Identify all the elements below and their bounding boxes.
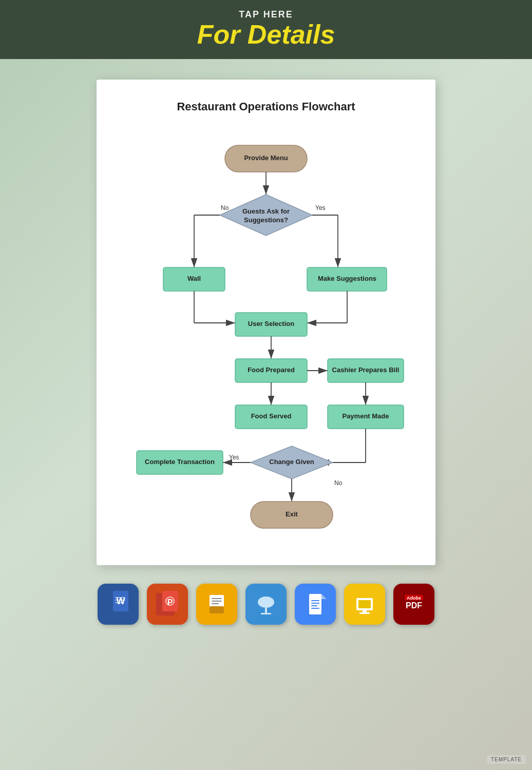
svg-rect-52: [115, 602, 122, 603]
svg-text:User Selection: User Selection: [248, 320, 294, 328]
flowchart-svg: Provide Menu Guests Ask for Suggestions?…: [122, 129, 410, 540]
svg-rect-62: [210, 606, 224, 613]
main-area: Restaurant Operations Flowchart Provide …: [0, 59, 532, 770]
svg-rect-71: [311, 603, 319, 604]
svg-rect-78: [359, 612, 370, 614]
svg-rect-70: [311, 600, 319, 601]
svg-rect-72: [311, 605, 317, 606]
word-icon[interactable]: W: [98, 584, 139, 625]
svg-text:Food Prepared: Food Prepared: [248, 366, 295, 374]
template-badge: TEMPLATE: [487, 755, 526, 764]
svg-rect-60: [212, 601, 222, 602]
svg-text:Adobe: Adobe: [407, 595, 421, 601]
svg-text:Guests Ask for: Guests Ask for: [242, 207, 290, 215]
svg-text:Yes: Yes: [315, 204, 326, 211]
tap-here-label: TAP HERE: [0, 9, 532, 20]
svg-text:Change Given: Change Given: [269, 458, 314, 466]
app-icons-row: W P: [98, 584, 434, 625]
adobe-pdf-icon[interactable]: PDF Adobe: [393, 584, 434, 625]
svg-rect-73: [311, 608, 319, 609]
document-card: Restaurant Operations Flowchart Provide …: [97, 80, 435, 565]
for-details-label: For Details: [0, 21, 532, 48]
powerpoint-icon[interactable]: P: [147, 584, 188, 625]
svg-rect-76: [358, 600, 371, 608]
google-slides-icon[interactable]: [344, 584, 385, 625]
svg-text:Wall: Wall: [187, 275, 201, 282]
svg-text:Exit: Exit: [286, 510, 298, 518]
flowchart-container: Provide Menu Guests Ask for Suggestions?…: [117, 129, 415, 540]
svg-text:Cashier Prepares Bill: Cashier Prepares Bill: [332, 366, 400, 374]
svg-text:Payment Made: Payment Made: [342, 412, 389, 420]
svg-text:Complete Transaction: Complete Transaction: [145, 458, 215, 466]
svg-rect-68: [309, 594, 321, 614]
keynote-icon[interactable]: [245, 584, 287, 625]
svg-text:Suggestions?: Suggestions?: [244, 216, 288, 224]
svg-text:No: No: [334, 479, 343, 487]
svg-text:Make Suggestions: Make Suggestions: [318, 275, 376, 282]
svg-text:PDF: PDF: [406, 601, 422, 610]
svg-rect-50: [115, 597, 125, 598]
svg-rect-51: [115, 600, 125, 601]
svg-text:No: No: [221, 204, 229, 211]
header[interactable]: TAP HERE For Details: [0, 0, 532, 59]
google-docs-icon[interactable]: [295, 584, 336, 625]
svg-text:Yes: Yes: [229, 454, 239, 461]
svg-point-64: [258, 596, 274, 608]
doc-title: Restaurant Operations Flowchart: [117, 100, 415, 113]
svg-text:Food Served: Food Served: [251, 412, 292, 420]
svg-rect-61: [212, 603, 219, 604]
svg-rect-59: [212, 598, 222, 599]
svg-rect-66: [261, 613, 271, 614]
svg-rect-65: [265, 608, 267, 613]
pages-icon[interactable]: [196, 584, 237, 625]
svg-rect-77: [363, 610, 367, 612]
svg-text:Provide Menu: Provide Menu: [244, 154, 288, 162]
